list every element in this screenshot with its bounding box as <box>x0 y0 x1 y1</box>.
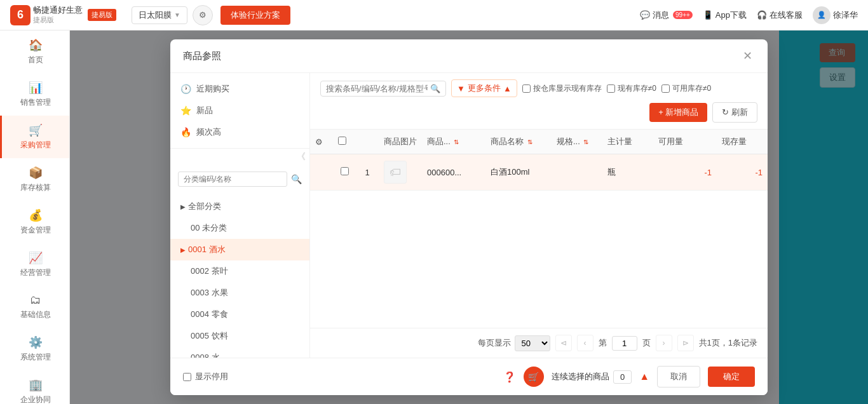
page-prev-btn[interactable]: ‹ <box>577 335 593 351</box>
user-info[interactable]: 👤 徐泽华 <box>813 6 858 24</box>
page-total: 共1页，1条记录 <box>699 337 757 349</box>
th-spec[interactable]: 规格... ⇅ <box>552 130 602 154</box>
checkbox-warehouse-text: 按仓库显示现有库存 <box>533 83 602 94</box>
sidebar-item-system[interactable]: ⚙️ 系统管理 <box>0 328 69 370</box>
modal-body: 🕐 近期购买 ⭐ 新品 🔥 频次高 <box>170 73 768 358</box>
quick-item-recent[interactable]: 🕐 近期购买 <box>170 78 309 100</box>
footer-right: ❓ 🛒 连续选择的商品 0 ▲ 取消 确定 <box>503 366 755 387</box>
trial-button[interactable]: 体验行业方案 <box>220 6 290 25</box>
layout: 🏠 首页 📊 销售管理 🛒 采购管理 📦 库存核算 💰 资金管理 📈 经营管理 … <box>0 30 868 404</box>
cat-all[interactable]: ▶ 全部分类 <box>170 196 309 217</box>
th-available-label: 可用量 <box>658 137 683 146</box>
sidebar-item-home[interactable]: 🏠 首页 <box>0 30 69 73</box>
sidebar-label-operation: 经营管理 <box>20 267 51 278</box>
sidebar-label-system: 系统管理 <box>20 352 51 363</box>
cat-0001[interactable]: ▶ 0001 酒水 <box>170 239 309 260</box>
sidebar-item-operation[interactable]: 📈 经营管理 <box>0 243 69 286</box>
sidebar-item-enterprise[interactable]: 🏢 企业协同 <box>0 370 69 404</box>
td-unit: 瓶 <box>602 154 653 191</box>
continuous-text: 连续选择的商品 <box>552 371 609 382</box>
modal-close-button[interactable]: ✕ <box>740 48 755 64</box>
checkbox-usable-label[interactable]: 可用库存≠0 <box>661 83 711 94</box>
product-search-box: 🔍 <box>320 81 446 97</box>
online-service-btn[interactable]: 🎧 在线客服 <box>757 10 803 21</box>
collapse-up-icon[interactable]: ▲ <box>639 371 649 382</box>
th-name[interactable]: 商品名称 ⇅ <box>485 130 552 154</box>
td-stock: -1 <box>717 154 768 191</box>
checkbox-usable[interactable] <box>661 84 670 93</box>
page-last-btn[interactable]: ⊳ <box>677 335 694 351</box>
app-download-btn[interactable]: 📱 App下载 <box>703 10 747 21</box>
th-spec-sort-icon: ⇅ <box>583 138 588 145</box>
headset-icon: 🎧 <box>757 10 767 20</box>
sidebar-item-inventory[interactable]: 📦 库存核算 <box>0 158 69 201</box>
product-search-input[interactable] <box>326 84 428 93</box>
message-btn[interactable]: 💬 消息 99++ <box>640 10 693 21</box>
quick-label-frequent: 频次高 <box>196 126 221 138</box>
sidebar-item-purchase[interactable]: 🛒 采购管理 <box>0 116 69 158</box>
product-search-icon[interactable]: 🔍 <box>430 84 440 93</box>
show-disabled-label[interactable]: 显示停用 <box>183 371 228 382</box>
td-check[interactable] <box>333 154 356 191</box>
collapse-section: 《 <box>170 149 309 165</box>
category-search-input[interactable] <box>178 172 287 187</box>
checkbox-warehouse[interactable] <box>522 84 531 93</box>
th-settings[interactable]: ⚙ <box>310 130 333 154</box>
show-disabled-checkbox[interactable] <box>183 373 191 381</box>
cancel-button[interactable]: 取消 <box>657 366 700 387</box>
continuous-label: 连续选择的商品 0 <box>552 370 632 384</box>
cat-0002[interactable]: 0002 茶叶 <box>170 260 309 282</box>
refresh-button[interactable]: ↻ 刷新 <box>712 102 757 123</box>
settings-icon[interactable]: ⚙ <box>193 5 213 25</box>
add-product-button[interactable]: + 新增商品 <box>649 103 707 122</box>
sidebar: 🏠 首页 📊 销售管理 🛒 采购管理 📦 库存核算 💰 资金管理 📈 经营管理 … <box>0 30 70 404</box>
quick-item-frequent[interactable]: 🔥 频次高 <box>170 121 309 143</box>
sidebar-item-sales[interactable]: 📊 销售管理 <box>0 73 69 116</box>
th-stock: 现存量 <box>717 130 768 154</box>
quick-item-new[interactable]: ⭐ 新品 <box>170 100 309 121</box>
confirm-button[interactable]: 确定 <box>708 367 755 387</box>
th-available: 可用量 <box>653 130 717 154</box>
category-search-icon[interactable]: 🔍 <box>291 174 302 184</box>
cat-label-0004: 0004 零食 <box>191 309 228 320</box>
th-code[interactable]: 商品... ⇅ <box>422 130 485 154</box>
cat-arrow-0001: ▶ <box>180 246 186 253</box>
sidebar-label-home: 首页 <box>28 55 43 65</box>
checkbox-available-label[interactable]: 现有库存≠0 <box>607 83 656 94</box>
store-selector[interactable]: 日太阳膜 ▼ <box>132 6 187 24</box>
table-row[interactable]: 1 🏷 000600... 白酒100ml 瓶 <box>310 154 768 191</box>
help-icon[interactable]: ❓ <box>503 371 516 383</box>
toolbar-right: + 新增商品 ↻ 刷新 <box>649 102 757 123</box>
sidebar-item-finance[interactable]: 💰 资金管理 <box>0 201 69 243</box>
page-next-btn[interactable]: › <box>656 335 672 351</box>
td-settings <box>310 154 333 191</box>
enterprise-icon: 🏢 <box>29 378 43 392</box>
cat-0003[interactable]: 0003 水果 <box>170 282 309 304</box>
sidebar-item-basic[interactable]: 🗂 基础信息 <box>0 286 69 328</box>
page-size-label: 每页显示 <box>478 337 511 349</box>
page-number-input[interactable] <box>612 336 637 351</box>
th-thumb-label: 商品图片 <box>384 137 417 146</box>
page-first-btn[interactable]: ⊲ <box>555 335 572 351</box>
modal-left-panel: 🕐 近期购买 ⭐ 新品 🔥 频次高 <box>170 73 310 358</box>
product-table: ⚙ 商品图片 <box>310 130 768 191</box>
row-checkbox[interactable] <box>341 167 349 175</box>
inventory-icon: 📦 <box>29 166 43 180</box>
cat-0005[interactable]: 0005 饮料 <box>170 325 309 347</box>
cart-button[interactable]: 🛒 <box>524 367 544 387</box>
chevron-down-icon: ▼ <box>174 11 180 18</box>
cat-label-0001: 0001 酒水 <box>188 244 226 255</box>
left-collapse-btn[interactable]: 《 <box>297 151 306 163</box>
available-value: -1 <box>704 168 712 177</box>
select-all-checkbox[interactable] <box>338 137 346 145</box>
checkbox-warehouse-label[interactable]: 按仓库显示现有库存 <box>522 83 602 94</box>
sidebar-label-basic: 基础信息 <box>20 309 51 320</box>
filter-more-btn[interactable]: ▼ 更多条件 ▲ <box>451 79 517 97</box>
cat-uncategorized[interactable]: 00 未分类 <box>170 217 309 239</box>
checkbox-available[interactable] <box>607 84 615 93</box>
finance-icon: 💰 <box>29 208 43 222</box>
navbar-right: 💬 消息 99++ 📱 App下载 🎧 在线客服 👤 徐泽华 <box>640 6 858 24</box>
cat-0004[interactable]: 0004 零食 <box>170 304 309 325</box>
page-size-select[interactable]: 50 10 20 100 <box>515 335 550 351</box>
cat-0008[interactable]: 0008 水 <box>170 347 309 358</box>
